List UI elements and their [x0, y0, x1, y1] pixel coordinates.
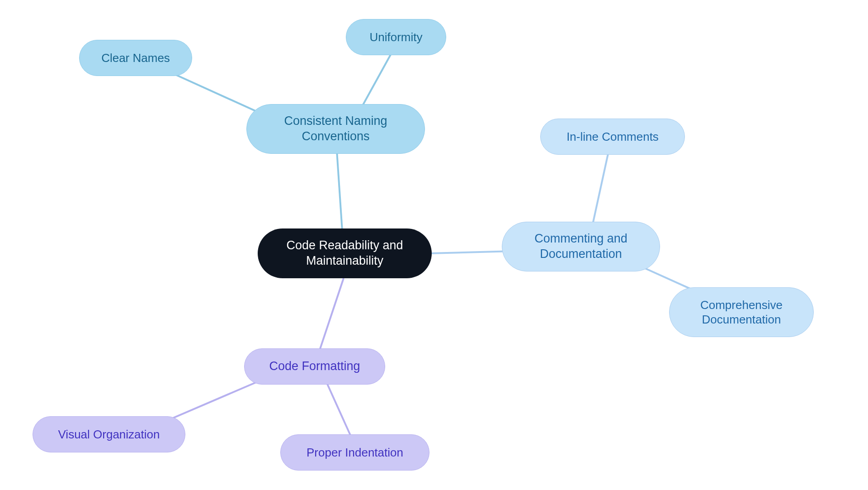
node-format-label: Code Formatting	[269, 359, 360, 374]
edge-root-comment	[429, 251, 513, 253]
node-format: Code Formatting	[244, 348, 385, 385]
node-root: Code Readability and Maintainability	[258, 228, 432, 278]
node-indent: Proper Indentation	[280, 434, 429, 471]
node-inline: In-line Comments	[540, 119, 685, 155]
node-indent-label: Proper Indentation	[307, 445, 403, 460]
mindmap-canvas: Code Readability and Maintainability Con…	[0, 0, 868, 490]
node-compdoc-label: Comprehensive Documentation	[683, 298, 800, 327]
node-visual: Visual Organization	[33, 416, 185, 452]
node-root-label: Code Readability and Maintainability	[271, 238, 418, 269]
node-uniform: Uniformity	[346, 19, 446, 55]
node-naming: Consistent Naming Conventions	[246, 104, 425, 154]
node-compdoc: Comprehensive Documentation	[669, 287, 814, 337]
edge-root-naming	[337, 151, 343, 238]
node-inline-label: In-line Comments	[566, 129, 659, 144]
node-uniform-label: Uniformity	[369, 30, 422, 45]
edge-root-format	[316, 278, 344, 360]
edge-comment-inline	[592, 154, 608, 226]
node-clear-label: Clear Names	[101, 51, 170, 66]
node-visual-label: Visual Organization	[58, 427, 160, 442]
node-naming-label: Consistent Naming Conventions	[260, 114, 411, 144]
node-comment: Commenting and Documentation	[502, 222, 660, 271]
node-comment-label: Commenting and Documentation	[516, 231, 646, 262]
node-clear: Clear Names	[79, 40, 192, 76]
